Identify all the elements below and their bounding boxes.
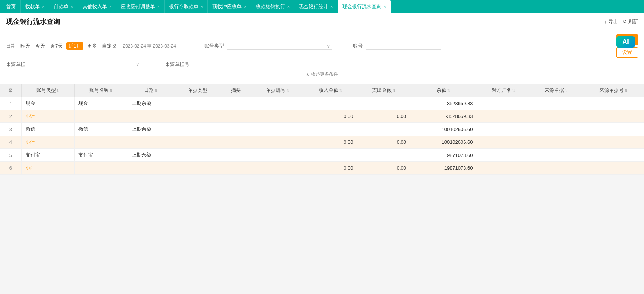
date-filter-group: 日期 昨天 今天 近7天 近1月 更多 自定义 2023-02-24 至 202… bbox=[6, 42, 176, 50]
table-cell bbox=[75, 136, 128, 149]
table-row: 5支付宝支付宝上期余额19871073.60 bbox=[0, 149, 644, 162]
th-income-label: 收入金额 bbox=[319, 87, 338, 94]
sort-icon-date: ⇅ bbox=[155, 88, 158, 93]
table-cell bbox=[221, 110, 251, 123]
table-cell bbox=[221, 97, 251, 110]
ai-badge[interactable]: Ai bbox=[616, 36, 635, 48]
table-cell: 19871073.60 bbox=[410, 162, 477, 175]
nav-advance-receipt-close[interactable]: × bbox=[244, 4, 246, 9]
th-balance[interactable]: 余额⇅ bbox=[410, 84, 477, 97]
table-cell bbox=[583, 97, 644, 110]
nav-bank-flow-close[interactable]: × bbox=[384, 4, 386, 9]
nav-item-receipt-exec[interactable]: 收款核销执行 × bbox=[251, 0, 294, 13]
table-cell bbox=[174, 110, 221, 123]
th-account-name-label: 账号名称 bbox=[89, 87, 109, 94]
th-doc-type-label: 单据类型 bbox=[188, 87, 207, 93]
table-cell: 0.00 bbox=[357, 162, 410, 175]
collapse-bar[interactable]: ∧ 收起更多条件 bbox=[6, 70, 638, 79]
date-options: 昨天 今天 近7天 近1月 更多 自定义 bbox=[19, 42, 118, 50]
nav-other-income-close[interactable]: × bbox=[109, 4, 111, 9]
export-button[interactable]: ↑ 导出 bbox=[605, 18, 618, 25]
account-filter-group: 账号 ··· bbox=[353, 42, 450, 50]
date-opt-today[interactable]: 今天 bbox=[34, 42, 47, 50]
nav-item-ar-ap-adjust[interactable]: 应收应付调整单 × bbox=[116, 0, 164, 13]
th-expense[interactable]: 支出金额⇅ bbox=[357, 84, 410, 97]
table-cell bbox=[530, 162, 583, 175]
nav-receipt-exec-close[interactable]: × bbox=[287, 4, 290, 9]
nav-payment-close[interactable]: × bbox=[71, 4, 73, 9]
date-opt-1month[interactable]: 近1月 bbox=[66, 42, 83, 50]
table-cell bbox=[251, 162, 304, 175]
source-doc-filter-group: 来源单据 ∨ bbox=[6, 61, 141, 68]
nav-item-advance-receipt[interactable]: 预收冲应收单 × bbox=[208, 0, 251, 13]
filter-row-2: 来源单据 ∨ 来源单据号 bbox=[6, 61, 638, 68]
table-cell bbox=[221, 149, 251, 162]
date-opt-custom[interactable]: 自定义 bbox=[101, 42, 118, 50]
th-account-type[interactable]: 账号类型⇅ bbox=[21, 84, 74, 97]
nav-item-home[interactable]: 首页 bbox=[2, 0, 21, 13]
table-row: 4小计0.000.00100102606.60 bbox=[0, 136, 644, 149]
nav-ar-ap-adjust-close[interactable]: × bbox=[157, 4, 159, 9]
nav-item-payment[interactable]: 付款单 × bbox=[49, 0, 78, 13]
th-doc-no[interactable]: 单据编号⇅ bbox=[251, 84, 304, 97]
th-balance-label: 余额 bbox=[437, 87, 446, 94]
export-label: 导出 bbox=[608, 18, 618, 25]
sort-icon-counterparty: ⇅ bbox=[512, 88, 515, 93]
table-cell: 0.00 bbox=[357, 110, 410, 123]
refresh-button[interactable]: ↺ 刷新 bbox=[623, 18, 638, 25]
th-account-name[interactable]: 账号名称⇅ bbox=[75, 84, 128, 97]
account-type-select[interactable]: ∨ bbox=[227, 42, 332, 50]
table-cell bbox=[128, 110, 174, 123]
nav-item-receipt[interactable]: 收款单 × bbox=[21, 0, 49, 13]
table-cell: 小计 bbox=[21, 110, 74, 123]
nav-bank-flow-label: 现金银行流水查询 bbox=[342, 3, 381, 10]
th-source-doc-no[interactable]: 来源单据号⇅ bbox=[583, 84, 644, 97]
th-source-doc[interactable]: 来源单据⇅ bbox=[530, 84, 583, 97]
date-opt-yesterday[interactable]: 昨天 bbox=[19, 42, 32, 50]
settings-button[interactable]: 设置 bbox=[616, 47, 638, 58]
nav-bank-stats-close[interactable]: × bbox=[330, 4, 333, 9]
nav-item-bank-flow[interactable]: 现金银行流水查询 × bbox=[338, 0, 391, 13]
th-counterparty[interactable]: 对方户名⇅ bbox=[477, 84, 530, 97]
table-cell bbox=[477, 123, 530, 136]
table-cell: 支付宝 bbox=[21, 149, 74, 162]
th-summary-label: 摘要 bbox=[231, 87, 241, 93]
th-summary[interactable]: 摘要 bbox=[221, 84, 251, 97]
table-cell: 6 bbox=[0, 162, 21, 175]
source-doc-select[interactable]: ∨ bbox=[29, 61, 141, 68]
nav-item-bank-stats[interactable]: 现金银行统计 × bbox=[294, 0, 338, 13]
nav-advance-receipt-label: 预收冲应收单 bbox=[212, 3, 242, 10]
collapse-icon: ∧ bbox=[306, 72, 309, 77]
nav-bank-deposit-close[interactable]: × bbox=[201, 4, 203, 9]
sort-icon-account-name: ⇅ bbox=[110, 88, 113, 93]
account-more-icon[interactable]: ··· bbox=[445, 43, 450, 49]
date-opt-more[interactable]: 更多 bbox=[86, 42, 98, 50]
table-cell bbox=[128, 162, 174, 175]
table-cell: 100102606.60 bbox=[410, 136, 477, 149]
nav-item-bank-deposit[interactable]: 银行存取款单 × bbox=[165, 0, 208, 13]
source-doc-no-input[interactable] bbox=[192, 61, 305, 68]
table-cell bbox=[221, 162, 251, 175]
table-cell bbox=[357, 97, 410, 110]
th-income[interactable]: 收入金额⇅ bbox=[304, 84, 357, 97]
th-doc-type[interactable]: 单据类型 bbox=[174, 84, 221, 97]
th-date[interactable]: 日期⇅ bbox=[128, 84, 174, 97]
table-cell: 上期余额 bbox=[128, 97, 174, 110]
nav-item-other-income[interactable]: 其他收入单 × bbox=[78, 0, 116, 13]
th-gear[interactable]: ⚙ bbox=[0, 84, 21, 97]
table-cell: 5 bbox=[0, 149, 21, 162]
source-doc-no-label: 来源单据号 bbox=[165, 61, 189, 68]
collapse-label: 收起更多条件 bbox=[311, 71, 338, 78]
table-cell: 1 bbox=[0, 97, 21, 110]
nav-receipt-close[interactable]: × bbox=[42, 4, 44, 9]
table-cell bbox=[530, 136, 583, 149]
account-input[interactable] bbox=[366, 42, 441, 50]
table-cell bbox=[357, 149, 410, 162]
table-cell bbox=[221, 136, 251, 149]
th-expense-label: 支出金额 bbox=[372, 87, 392, 94]
nav-bank-deposit-label: 银行存取款单 bbox=[169, 3, 198, 10]
sort-icon-source-doc: ⇅ bbox=[565, 88, 568, 93]
table-container: ⚙ 账号类型⇅ 账号名称⇅ 日期⇅ 单据类型 摘要 单据编号⇅ 收入金额⇅ 支出… bbox=[0, 84, 644, 175]
date-opt-7days[interactable]: 近7天 bbox=[49, 42, 64, 50]
table-cell bbox=[174, 149, 221, 162]
